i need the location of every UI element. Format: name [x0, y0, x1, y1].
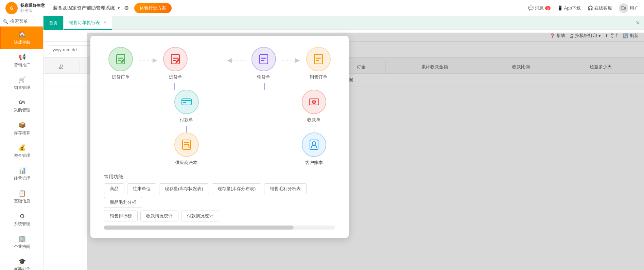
flow-row-3: $ 供应商账本 客户账本 [104, 132, 335, 166]
message-icon: 💬 [528, 5, 534, 11]
flow-circle-supplier-account: $ [174, 132, 199, 157]
quick-nav-icon: 🏠 [18, 31, 26, 38]
purchase-icon: 🛍 [19, 99, 25, 106]
col-product-short: 品 [43, 60, 80, 74]
tab-home[interactable]: 首页 [43, 16, 64, 30]
flow-section: 进货订单 ▶ 进 [104, 47, 335, 168]
common-btn-sales-rank[interactable]: 销售排行榜 [104, 211, 138, 221]
flow-arrow-sb-so: ▶ [280, 56, 301, 64]
basic-icon: 📋 [18, 190, 26, 197]
flow-label-customer-account: 客户账本 [305, 160, 323, 166]
gear-icon[interactable]: ⚙ [124, 5, 129, 11]
avatar: Ea [619, 3, 628, 13]
flow-circle-receipt: ¥ [302, 90, 326, 114]
common-btn-inventory-dist[interactable]: 现存量(库存分布表) [212, 183, 262, 194]
sidebar-item-system[interactable]: ⚙ 系统管理 [0, 208, 43, 231]
flow-item-sales-bill[interactable]: 销货单 [247, 47, 280, 80]
sidebar: 🔍 搜索菜单 🏠 快捷导航 📢 营销推广 🛒 销售管理 🛍 采购管理 📦 [0, 16, 43, 270]
flow-label-purchase-bill: 进货单 [169, 74, 182, 80]
sales-icon: 🛒 [18, 76, 26, 84]
common-btn-inventory-status[interactable]: 现存量(库存状况表) [159, 183, 209, 194]
sidebar-item-operation[interactable]: 📊 经营管理 [0, 163, 43, 185]
flow-arrow-row [104, 83, 335, 90]
message-item[interactable]: 💬 消息 5 [528, 5, 551, 11]
sidebar-item-finance[interactable]: 💰 资金管理 [0, 140, 43, 163]
flow-circle-sales-order [306, 47, 331, 71]
flow-label-supplier-account: 供应商账本 [175, 160, 197, 166]
logo-text: 畅康通好生意 标准版 [20, 3, 45, 13]
enterprise-icon: 🏢 [18, 235, 26, 242]
online-service-item[interactable]: 🎧 在线客服 [588, 5, 612, 11]
flow-label-sales-order: 销售订单 [310, 74, 327, 80]
scroll-bar-area [104, 226, 335, 230]
common-btn-sales-profit[interactable]: 销售毛利分析表 [264, 183, 307, 194]
common-buttons: 商品 往来单位 现存量(库存状况表) 现存量(库存分布表) 销售毛利分析表 商品… [104, 183, 335, 208]
flow-label-purchase-order: 进货订单 [112, 74, 129, 80]
common-btn-counterpart[interactable]: 往来单位 [127, 183, 156, 194]
top-bar: 6 畅康通好生意 标准版 装备及固定资产辅助管理系统 ▾ ⚙ 体验行业方案 💬 … [0, 0, 644, 16]
tab-sales-order[interactable]: 销售订单执行表 ✕ [64, 16, 112, 30]
flow-item-payment[interactable]: 付款单 [165, 90, 208, 123]
common-btn-product[interactable]: 商品 [104, 183, 124, 194]
logo-icon: 6 [5, 2, 18, 14]
flow-item-receipt[interactable]: ¥ 收款单 [293, 90, 335, 123]
tab-bar: 首页 销售订单执行表 ✕ ✕ [43, 16, 644, 30]
message-badge: 5 [545, 6, 551, 10]
close-all-tabs-button[interactable]: ✕ [631, 20, 644, 26]
flow-item-purchase-bill[interactable]: 进货单 [159, 47, 192, 80]
common-btn-payment-stats[interactable]: 付款情况统计 [181, 211, 219, 221]
inventory-icon: 📦 [18, 121, 26, 129]
svg-text:$: $ [188, 145, 190, 149]
common-btn-product-profit[interactable]: 商品毛利分析 [104, 197, 142, 208]
sidebar-item-purchase[interactable]: 🛍 采购管理 [0, 95, 43, 117]
flow-item-customer-account[interactable]: 客户账本 [293, 132, 335, 166]
flow-label-sales-bill: 销货单 [257, 74, 270, 80]
flow-circle-purchase-bill [163, 47, 188, 71]
search-icon: 🔍 [3, 19, 8, 24]
marketing-icon: 📢 [18, 53, 26, 61]
scroll-bar-thumb[interactable] [104, 226, 294, 230]
common-functions-section: 常用功能 商品 往来单位 现存量(库存状况表) 现存量(库存分布表) 销售毛利分… [104, 174, 335, 221]
sidebar-item-enterprise[interactable]: 🏢 企业协同 [0, 231, 43, 254]
flow-item-supplier-account[interactable]: $ 供应商账本 [165, 132, 208, 166]
sidebar-item-inventory[interactable]: 📦 库存核算 [0, 117, 43, 140]
search-menu[interactable]: 🔍 搜索菜单 [0, 16, 43, 26]
svg-text:¥: ¥ [313, 101, 315, 104]
logo-area: 6 畅康通好生意 标准版 [5, 2, 49, 14]
sidebar-item-basic[interactable]: 📋 基础信息 [0, 185, 43, 208]
modal-box: 进货订单 ▶ 进 [90, 36, 349, 238]
flow-arrow-po-pb: ▶ [138, 56, 159, 64]
trial-button[interactable]: 体验行业方案 [134, 3, 172, 13]
flow-arrow-so-sb: ▶ [226, 56, 247, 64]
svg-rect-18 [183, 102, 186, 103]
system-title: 装备及固定资产辅助管理系统 [53, 5, 115, 11]
svg-point-28 [312, 142, 316, 145]
common-functions-title: 常用功能 [104, 174, 335, 180]
dropdown-icon[interactable]: ▾ [118, 5, 120, 11]
flow-item-purchase-order[interactable]: 进货订单 [104, 47, 138, 80]
flow-circle-payment [174, 90, 199, 114]
flow-label-receipt: 收款单 [307, 117, 320, 123]
flow-circle-customer-account [302, 132, 326, 157]
sidebar-item-quick-nav[interactable]: 🏠 快捷导航 [0, 26, 43, 49]
modal-overlay[interactable]: 进货订单 ▶ 进 [87, 33, 644, 270]
svg-rect-16 [182, 99, 191, 105]
flow-row-1: 进货订单 ▶ 进 [104, 47, 335, 80]
tab-close-icon[interactable]: ✕ [103, 20, 106, 25]
download-icon: 📱 [557, 5, 563, 11]
app-download-item[interactable]: 📱 App下载 [557, 5, 581, 11]
flow-item-sales-order[interactable]: 销售订单 [301, 47, 335, 80]
flow-circle-purchase-order [108, 47, 133, 71]
common-btn-receipt-stats[interactable]: 收款情况统计 [140, 211, 178, 221]
user-item[interactable]: Ea 用户 [619, 3, 639, 13]
service-icon: 🎧 [588, 5, 593, 11]
system-icon: ⚙ [19, 212, 25, 220]
sidebar-item-sales[interactable]: 🛒 销售管理 [0, 72, 43, 95]
sidebar-item-guide[interactable]: 🎓 新手引导 [0, 254, 43, 270]
sidebar-item-marketing[interactable]: 📢 营销推广 [0, 49, 43, 72]
operation-icon: 📊 [18, 167, 26, 174]
flow-circle-sales-bill [251, 47, 276, 71]
finance-icon: 💰 [18, 144, 26, 151]
flow-row-2: 付款单 ¥ 收款单 [104, 90, 335, 123]
guide-icon: 🎓 [18, 258, 26, 265]
